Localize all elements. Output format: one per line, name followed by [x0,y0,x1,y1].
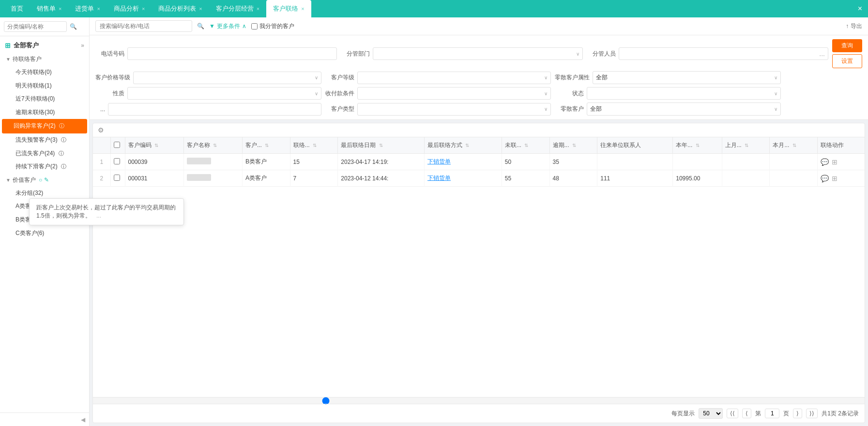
next-page-btn[interactable]: ⟩ [793,409,802,418]
nav-sales[interactable]: 销售单 × [30,0,68,17]
filter-more: ... [95,103,321,116]
sidebar-pending-section[interactable]: ▼ 待联络客户 [0,53,89,66]
sidebar-item-tomorrow[interactable]: 明天待联络(1) [0,79,89,93]
row-checkbox[interactable] [114,158,120,164]
price-level-select[interactable]: ∨ [133,72,321,84]
horizontal-scrollbar[interactable] [93,399,865,403]
search-input[interactable] [95,20,192,32]
cell-checkbox [110,154,125,170]
page-size-select[interactable]: 50 100 200 [699,408,723,419]
customer-level-select[interactable]: ∨ [357,72,551,84]
sort-icon: ⇅ [465,143,469,148]
dept-select[interactable]: ∨ [373,47,582,60]
chat-icon[interactable]: 💬 [821,158,829,166]
sort-icon: ⇅ [572,143,576,148]
total-pages-label: 页 [783,410,789,418]
cell-name [183,154,242,170]
nav-customer-contact[interactable]: 客户联络 × [266,0,311,17]
close-icon[interactable]: × [97,6,100,12]
filter-row-2: 客户价格等级 ∨ 客户等级 ∨ 零散客户属性 全部 ∨ [95,71,862,84]
cell-index: 2 [93,170,110,187]
col-last-month: 上月... ⇅ [722,137,770,154]
cell-name [183,170,242,187]
more-action-icon[interactable]: ⊞ [832,175,838,182]
row-checkbox[interactable] [114,175,120,181]
retail-customer-select[interactable]: 全部 ∨ [587,103,781,116]
status-select[interactable]: ∨ [587,87,781,100]
nav-product-list[interactable]: 商品分析列表 × [152,0,209,17]
close-icon[interactable]: × [59,6,61,12]
filter-gender: 性质 ∨ [95,87,321,100]
top-nav: 首页 销售单 × 进货单 × 商品分析 × 商品分析列表 × 客户分层经营 × … [0,0,868,17]
more-conditions-btn[interactable]: ▼ 更多条件 ∧ [209,22,246,30]
sidebar-search-icon[interactable]: 🔍 [70,23,77,30]
sidebar-item-7days[interactable]: 近7天待联络(0) [0,92,89,106]
filter-payment: 收付款条件 ∨ [325,87,551,100]
close-icon[interactable]: × [257,6,259,12]
nav-purchase[interactable]: 进货单 × [68,0,107,17]
my-customers-checkbox-label[interactable]: 我分管的客户 [251,22,294,30]
customer-type-select[interactable]: ∨ [357,103,551,116]
sidebar-collapse-btn[interactable]: ◀ [81,416,85,423]
cell-index: 1 [93,154,110,170]
sidebar-item-class-c[interactable]: C类客户(6) [0,227,89,240]
sidebar-item-repurchase-anomaly[interactable]: 回购异常客户(2) ⓘ [2,119,87,133]
gender-select[interactable]: ∨ [127,87,321,100]
col-last-method: 最后联络方式 ⇅ [425,137,502,154]
caret-icon: ∧ [242,23,246,29]
my-customers-checkbox[interactable] [251,23,258,29]
settings-button[interactable]: 设置 [832,54,862,68]
chat-icon[interactable]: 💬 [821,175,829,182]
close-icon[interactable]: × [301,6,304,12]
table-scroll[interactable]: 客户编码 ⇅ 客户名称 ⇅ 客户... ⇅ [93,137,865,397]
cell-action: 💬 ⊞ [818,154,865,170]
table-area: ⚙ 客户编码 ⇅ [92,123,865,423]
payment-select[interactable]: ∨ [357,87,551,100]
cell-level: B类客户 [242,154,290,170]
manager-select[interactable]: ... [619,47,828,60]
sidebar-all-customers[interactable]: ⊞ 全部客户 » [0,38,89,53]
page-number-input[interactable] [765,409,779,418]
sidebar-item-lost-preview[interactable]: 流失预警客户(3) ⓘ [0,133,89,147]
export-btn[interactable]: ↑ 导出 [846,22,862,30]
filter-retail-attr: 零散客户属性 全部 ∨ [555,71,781,84]
sidebar-search-input[interactable] [4,21,67,32]
action-buttons: 查询 设置 [832,39,862,68]
tooltip-more-icon: ... [96,212,101,219]
sidebar-item-lost[interactable]: 已流失客户(24) ⓘ [0,147,89,161]
more-input[interactable] [108,103,321,116]
sort-icon: ⇅ [379,143,383,148]
sidebar-value-section[interactable]: ▼ 价值客户 ○ ✎ [0,174,89,187]
cell-last-method[interactable]: 下销货单 [425,154,502,170]
sidebar-item-overdue[interactable]: 逾期未联络(30) [0,106,89,119]
caret-down-icon7: ∨ [774,91,777,96]
cell-last-method[interactable]: 下销货单 [425,170,502,187]
select-all-checkbox[interactable] [114,142,120,148]
nav-customer-tier[interactable]: 客户分层经营 × [209,0,266,17]
first-page-btn[interactable]: ⟨⟨ [727,409,738,418]
value-edit-icon[interactable]: ○ [39,176,42,183]
retail-attr-select[interactable]: 全部 ∨ [593,71,781,84]
table-settings-icon[interactable]: ⚙ [98,126,104,134]
close-icon[interactable]: × [199,6,202,12]
pagination-bar: 每页显示 50 100 200 ⟨⟨ ⟨ 第 页 ⟩ ⟩⟩ 共1页 2条记录 [93,404,865,423]
query-button[interactable]: 查询 [832,39,862,52]
prev-page-btn[interactable]: ⟨ [742,409,751,418]
sidebar-item-today[interactable]: 今天待联络(0) [0,66,89,79]
last-page-btn[interactable]: ⟩⟩ [806,409,818,418]
close-icon[interactable]: × [142,6,145,12]
nav-product-analysis[interactable]: 商品分析 × [107,0,152,17]
more-action-icon[interactable]: ⊞ [832,158,838,166]
search-btn-icon[interactable]: 🔍 [197,23,204,29]
phone-input[interactable] [127,47,337,60]
sidebar-item-continuous-decline[interactable]: 持续下滑客户(2) ⓘ [0,160,89,174]
collapse-icon[interactable]: » [81,42,84,49]
cell-not-contact: 55 [502,170,549,187]
cell-last-date: 2023-04-17 14:19: [338,154,425,170]
sidebar-search-area: 🔍 [0,17,89,36]
value-edit2-icon[interactable]: ✎ [44,176,49,183]
nav-home[interactable]: 首页 [4,0,30,17]
col-checkbox [110,137,125,154]
cell-this-year [673,154,722,170]
window-close-button[interactable]: × [858,4,862,13]
